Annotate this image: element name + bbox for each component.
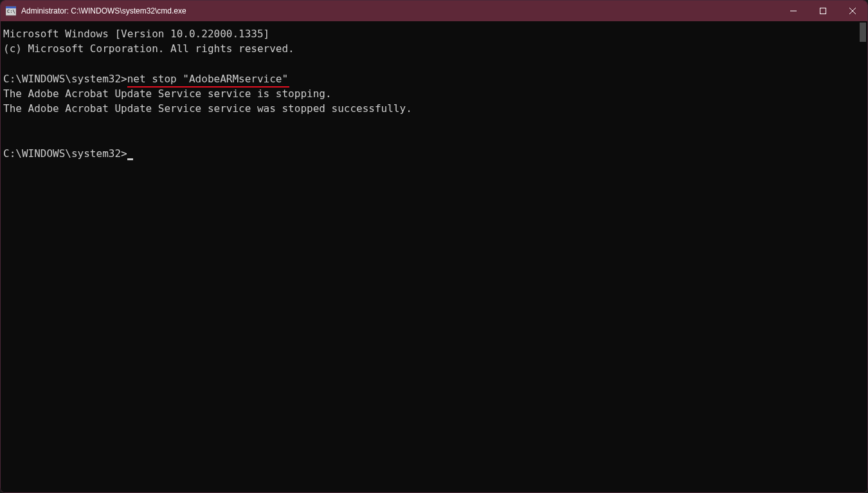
scrollbar-thumb[interactable] [860, 23, 866, 42]
titlebar[interactable]: C:\ Administrator: C:\WINDOWS\system32\c… [1, 1, 867, 21]
command-line-1: C:\WINDOWS\system32>net stop "AdobeARMse… [3, 71, 856, 86]
maximize-icon [820, 6, 826, 16]
terminal-area: Microsoft Windows [Version 10.0.22000.13… [1, 21, 867, 492]
maximize-button[interactable] [808, 1, 838, 21]
terminal-content[interactable]: Microsoft Windows [Version 10.0.22000.13… [1, 21, 858, 492]
svg-rect-3 [820, 8, 826, 14]
version-line: Microsoft Windows [Version 10.0.22000.13… [3, 26, 856, 41]
window-title: Administrator: C:\WINDOWS\system32\cmd.e… [21, 6, 186, 15]
close-icon [849, 6, 856, 16]
cursor [127, 158, 133, 160]
svg-rect-1 [6, 6, 16, 8]
cmd-icon: C:\ [6, 6, 16, 16]
prompt-path: C:\WINDOWS\system32> [3, 73, 127, 85]
blank-line [3, 56, 856, 71]
minimize-button[interactable] [779, 1, 808, 21]
svg-text:C:\: C:\ [7, 9, 15, 14]
output-line-1: The Adobe Acrobat Update Service service… [3, 86, 856, 101]
close-button[interactable] [838, 1, 867, 21]
cmd-window: C:\ Administrator: C:\WINDOWS\system32\c… [0, 0, 868, 493]
blank-line [3, 116, 856, 131]
prompt-path: C:\WINDOWS\system32> [3, 147, 127, 160]
output-line-2: The Adobe Acrobat Update Service service… [3, 101, 856, 116]
minimize-icon [790, 6, 797, 16]
current-prompt-line: C:\WINDOWS\system32> [3, 146, 856, 161]
blank-line [3, 131, 856, 145]
copyright-line: (c) Microsoft Corporation. All rights re… [3, 41, 856, 56]
typed-command: net stop "AdobeARMservice" [127, 71, 288, 86]
titlebar-left: C:\ Administrator: C:\WINDOWS\system32\c… [6, 6, 186, 16]
scrollbar[interactable] [858, 21, 867, 492]
titlebar-controls [779, 1, 867, 21]
